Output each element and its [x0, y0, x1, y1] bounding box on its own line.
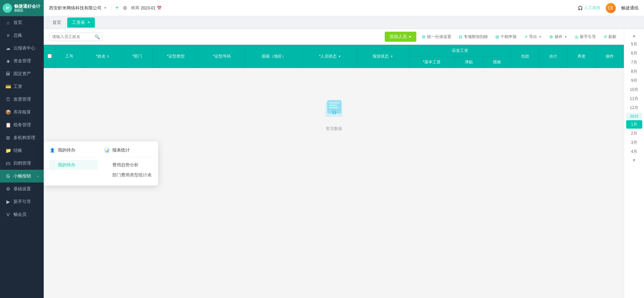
- empty-text: 暂无数据: [326, 126, 342, 132]
- export-button[interactable]: ↗ 导出 ▼: [522, 33, 544, 41]
- sidebar-item-new-guide[interactable]: ▶ 新手引导: [0, 195, 44, 208]
- calendar-month-apr[interactable]: 4月: [626, 147, 642, 156]
- dropdown-col-reports: 📊 报表统计 费用趋势分析 部门费用类型统计表: [104, 147, 153, 180]
- calendar-month-feb[interactable]: 2月: [626, 129, 642, 138]
- sidebar-item-basic-settings[interactable]: ⚙ 基础设置: [0, 183, 44, 195]
- social-insurance-button[interactable]: ⚙ 统一社保设置: [420, 33, 453, 41]
- sidebar-item-inventory[interactable]: 📦 库存核算: [0, 106, 44, 119]
- th-empno[interactable]: 工号: [55, 45, 84, 68]
- add-person-dropdown-arrow: ▼: [408, 35, 412, 39]
- calendar-month-jan[interactable]: 1月: [626, 120, 642, 129]
- period-value: 2023-01: [141, 6, 155, 10]
- settings-icon: ⚙: [5, 186, 11, 192]
- th-id-type[interactable]: *证型类型: [153, 45, 199, 68]
- sidebar-item-xiaochang-expense[interactable]: G 小畅报销 ‹: [0, 170, 44, 183]
- export-icon: ↗: [524, 34, 528, 39]
- sidebar-item-invoice[interactable]: 🗒 发票管理: [0, 93, 44, 106]
- personal-tax-button[interactable]: ⊞ 个税申报: [493, 33, 519, 41]
- sidebar-item-fund[interactable]: ◈ 资金管理: [0, 55, 44, 67]
- tab-salary[interactable]: 工资表 ✕: [67, 18, 95, 28]
- toolbar-right: 添加人员 ▼ ⚙ 统一社保设置 ⊟ 专项附加扣除 ⊞ 个税申报: [385, 32, 618, 42]
- th-bonus[interactable]: 绩效: [483, 57, 511, 68]
- fixed-assets-icon: 🏛: [5, 71, 11, 76]
- dropdown-cost-trend[interactable]: 费用趋势分析: [104, 160, 153, 170]
- refresh-button[interactable]: ↺ 刷新: [601, 33, 618, 41]
- search-box[interactable]: 🔍: [49, 33, 103, 41]
- home-icon: ⌂: [5, 20, 11, 25]
- calendar-month-5[interactable]: 5月: [626, 40, 642, 48]
- th-status[interactable]: *人员状态 ▼: [303, 45, 357, 68]
- th-deduction[interactable]: 扣款: [511, 45, 539, 68]
- sidebar-item-member[interactable]: V 畅会员: [0, 208, 44, 221]
- th-allowance[interactable]: 津贴: [455, 57, 483, 68]
- th-nation[interactable]: 国籍（地区）: [245, 45, 303, 68]
- sidebar-item-archive[interactable]: 🗃 归档管理: [0, 157, 44, 170]
- report-status-filter-icon: ▼: [390, 55, 393, 58]
- toolbar: 🔍 添加人员 ▼ ⚙ 统一社保设置 ⊟ 专项附加扣除: [44, 29, 624, 45]
- calendar-up-nav[interactable]: ▲: [630, 32, 638, 40]
- calendar-month-12[interactable]: 12月: [626, 104, 642, 112]
- th-dept[interactable]: *部门: [122, 45, 153, 68]
- operations-button[interactable]: ⚙ 操作 ▼: [547, 33, 569, 41]
- sidebar-item-ledger[interactable]: ≡ 总账: [0, 29, 44, 42]
- add-person-button[interactable]: 添加人员 ▼: [385, 32, 416, 42]
- sidebar-item-multi-org[interactable]: ⊞ 多机构管理: [0, 131, 44, 144]
- th-should-pay-group: 应发工资: [409, 45, 511, 57]
- logo-text: 畅捷通好会计 旗舰版: [14, 4, 40, 12]
- personal-tax-icon: ⊞: [495, 34, 499, 39]
- calendar-month-6[interactable]: 6月: [626, 49, 642, 58]
- avatar[interactable]: CE: [606, 3, 616, 13]
- tab-home[interactable]: 首页: [48, 18, 66, 28]
- reports-title-icon: 📊: [104, 147, 110, 154]
- customer-service-button[interactable]: 🎧 人工咨询: [578, 5, 600, 11]
- guide-icon: ▶: [5, 199, 11, 204]
- calendar-month-9[interactable]: 9月: [626, 76, 642, 85]
- th-checkbox[interactable]: [44, 45, 55, 68]
- tax-deduction-button[interactable]: ⊟ 专项附加扣除: [457, 33, 490, 41]
- period-selector[interactable]: 账期 2023-01 📅: [131, 5, 162, 11]
- calendar-panel: ▲ 5月 6月 7月 8月 9月 10月 11月 12月 2023 1月 2月 …: [624, 29, 644, 298]
- svg-rect-3: [329, 105, 337, 106]
- dropdown-my-todo[interactable]: 我的待办: [49, 160, 98, 170]
- add-company-button[interactable]: +: [115, 4, 119, 11]
- dropdown-reports-title: 📊 报表统计: [104, 147, 153, 157]
- logo-icon: 好: [3, 3, 12, 13]
- sidebar-item-cloud-report[interactable]: ☁ 云报表中心: [0, 42, 44, 55]
- dropdown-dept-cost[interactable]: 部门费用类型统计表: [104, 170, 153, 180]
- sidebar-item-salary[interactable]: 💳 工资: [0, 80, 44, 93]
- search-input[interactable]: [52, 34, 92, 39]
- operations-icon: ⚙: [549, 34, 553, 39]
- name-sort-icon: ⇅: [107, 55, 109, 58]
- calendar-month-8[interactable]: 8月: [626, 67, 642, 76]
- new-guide-button[interactable]: ◎ 新手引导: [573, 33, 598, 41]
- th-pension[interactable]: 养老: [567, 45, 596, 68]
- tax-icon: 📋: [5, 122, 11, 128]
- archive-icon: 🗃: [5, 161, 11, 166]
- sidebar-item-fixed-assets[interactable]: 🏛 固定资产: [0, 67, 44, 80]
- company-selector[interactable]: 西安虾米网络科技有限公司 ▼: [49, 5, 107, 11]
- calendar-month-10[interactable]: 10月: [626, 86, 642, 94]
- sidebar-item-home[interactable]: ⌂ 首页: [0, 16, 44, 29]
- th-name[interactable]: *姓名 ⇅: [83, 45, 121, 68]
- svg-rect-2: [329, 102, 340, 103]
- th-id-no[interactable]: *证型号码: [199, 45, 245, 68]
- sidebar-item-tax[interactable]: 📋 税务管理: [0, 119, 44, 131]
- todo-title-icon: 👤: [49, 147, 56, 154]
- topbar-settings-icon[interactable]: ⚙: [123, 5, 127, 11]
- tax-deduction-icon: ⊟: [459, 34, 462, 39]
- select-all-checkbox[interactable]: [47, 54, 52, 58]
- operations-dropdown-arrow: ▼: [564, 35, 567, 39]
- th-total[interactable]: 合计: [539, 45, 567, 68]
- th-ops[interactable]: 操作: [596, 45, 624, 68]
- period-label: 账期: [131, 5, 139, 11]
- tabbar: 首页 工资表 ✕: [44, 16, 644, 29]
- calendar-month-11[interactable]: 11月: [626, 95, 642, 103]
- th-basic-pay[interactable]: *基本工资: [409, 57, 455, 68]
- calendar-month-7[interactable]: 7月: [626, 58, 642, 67]
- sidebar-item-closing[interactable]: 📁 结账: [0, 144, 44, 157]
- tab-close-salary[interactable]: ✕: [87, 20, 90, 25]
- th-report-status[interactable]: 报送状态 ▼: [357, 45, 409, 68]
- salary-icon: 💳: [5, 84, 11, 89]
- calendar-month-mar[interactable]: 3月: [626, 138, 642, 147]
- calendar-down-nav[interactable]: ▼: [630, 156, 638, 164]
